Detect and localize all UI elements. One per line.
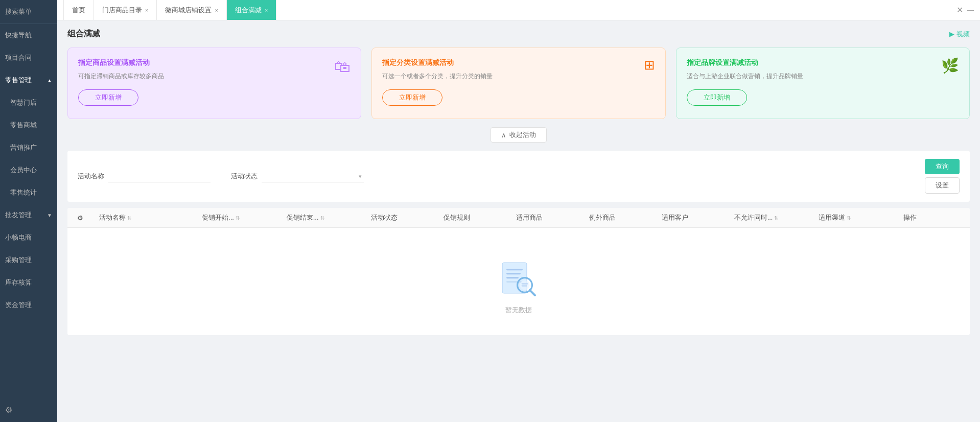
sidebar-item-quick-nav[interactable]: 快捷导航 bbox=[0, 24, 57, 46]
sort-icon: ⇅ bbox=[774, 215, 778, 221]
empty-state: 暂无数据 bbox=[67, 228, 970, 335]
filter-name-group: 活动名称 bbox=[78, 170, 211, 182]
page-content: 组合满减 ▶ 视频 指定商品设置满减活动 可指定滞销商品或库存较多商品 🛍 立即… bbox=[57, 20, 980, 422]
sidebar-item-capital-mgmt[interactable]: 资金管理 bbox=[0, 294, 57, 316]
promo-card-goods-icon: 🛍 bbox=[334, 57, 351, 76]
chevron-up-icon: ∧ bbox=[501, 131, 506, 139]
window-close-icon[interactable]: ✕ bbox=[956, 5, 963, 15]
tab-store-catalog-close[interactable]: × bbox=[145, 7, 148, 13]
promo-card-category-title: 指定分类设置满减活动 bbox=[382, 58, 655, 67]
promo-card-goods-btn[interactable]: 立即新增 bbox=[78, 89, 138, 106]
tabs-list: 首页 门店商品目录 × 微商城店铺设置 × 组合满减 × bbox=[63, 0, 276, 20]
promo-card-brand-icon: 🌿 bbox=[941, 57, 959, 74]
promo-card-goods-title: 指定商品设置满减活动 bbox=[78, 58, 351, 67]
promo-card-category-desc: 可选一个或者多个分类，提升分类的销量 bbox=[382, 72, 505, 81]
sidebar-item-purchase-mgmt[interactable]: 采购管理 bbox=[0, 249, 57, 271]
sidebar-item-wholesale-mgmt[interactable]: 批发管理 ▼ bbox=[0, 204, 57, 226]
promo-card-brand: 指定品牌设置满减活动 适合与上游企业联合做营销，提升品牌销量 🌿 立即新增 bbox=[676, 48, 970, 119]
page-header: 组合满减 ▶ 视频 bbox=[67, 29, 970, 39]
sidebar: 搜索菜单 快捷导航 项目合同 零售管理 ▲ 智慧门店 零售商城 营销推广 会员中… bbox=[0, 0, 57, 422]
chevron-down-icon: ▼ bbox=[47, 213, 52, 218]
svg-rect-3 bbox=[506, 277, 519, 278]
sidebar-item-inventory-calc[interactable]: 库存核算 bbox=[0, 271, 57, 294]
play-icon: ▶ bbox=[949, 30, 954, 38]
query-button[interactable]: 查询 bbox=[925, 159, 960, 174]
sidebar-item-member-center[interactable]: 会员中心 bbox=[0, 159, 57, 181]
sidebar-search[interactable]: 搜索菜单 bbox=[0, 0, 57, 24]
tab-wechat-settings-close[interactable]: × bbox=[215, 7, 218, 13]
table-container: ⚙ 活动名称 ⇅ 促销开始... ⇅ 促销结束... ⇅ 活动状态 促销规则 bbox=[67, 208, 970, 335]
sort-icon: ⇅ bbox=[236, 215, 240, 221]
th-end[interactable]: 促销结束... ⇅ bbox=[281, 213, 365, 222]
th-channel[interactable]: 适用渠道 ⇅ bbox=[812, 213, 897, 222]
promo-card-brand-title: 指定品牌设置满减活动 bbox=[687, 58, 959, 67]
filter-name-label: 活动名称 bbox=[78, 172, 104, 181]
window-controls: ✕ — bbox=[956, 5, 974, 15]
tab-combo-discount-close[interactable]: × bbox=[265, 7, 268, 13]
promo-cards-row: 指定商品设置满减活动 可指定滞销商品或库存较多商品 🛍 立即新增 指定分类设置满… bbox=[67, 48, 970, 119]
chevron-up-icon: ▲ bbox=[47, 78, 52, 83]
main-area: 首页 门店商品目录 × 微商城店铺设置 × 组合满减 × ✕ — 组合满减 bbox=[57, 0, 980, 422]
svg-rect-1 bbox=[506, 269, 523, 270]
sidebar-item-retail-mgmt[interactable]: 零售管理 ▲ bbox=[0, 69, 57, 91]
promo-card-goods: 指定商品设置满减活动 可指定滞销商品或库存较多商品 🛍 立即新增 bbox=[67, 48, 361, 119]
sort-icon: ⇅ bbox=[847, 215, 851, 221]
th-start[interactable]: 促销开始... ⇅ bbox=[196, 213, 281, 222]
filter-name-input[interactable] bbox=[108, 170, 211, 182]
sort-icon: ⇅ bbox=[127, 215, 131, 221]
sidebar-item-marketing[interactable]: 营销推广 bbox=[0, 136, 57, 159]
promo-card-category-icon: ⊞ bbox=[644, 57, 655, 73]
sidebar-item-xiaochu-ecom[interactable]: 小畅电商 bbox=[0, 226, 57, 249]
promo-card-goods-desc: 可指定滞销商品或库存较多商品 bbox=[78, 72, 201, 81]
sidebar-item-project-contract[interactable]: 项目合同 bbox=[0, 46, 57, 69]
sidebar-settings-btn[interactable]: ⚙ bbox=[0, 398, 57, 422]
sort-icon: ⇅ bbox=[320, 215, 324, 221]
collapse-bar: ∧ 收起活动 bbox=[67, 127, 970, 143]
window-minimize-icon[interactable]: — bbox=[967, 6, 974, 14]
page-title: 组合满减 bbox=[67, 29, 100, 39]
sidebar-item-smart-store[interactable]: 智慧门店 bbox=[0, 91, 57, 114]
filter-actions: 查询 设置 bbox=[925, 159, 960, 194]
sidebar-item-retail-stats[interactable]: 零售统计 bbox=[0, 181, 57, 204]
filter-status-select-wrapper: 进行中 未开始 已结束 ▾ bbox=[262, 170, 364, 182]
svg-rect-2 bbox=[506, 273, 521, 274]
svg-point-6 bbox=[520, 280, 529, 290]
promo-card-category: 指定分类设置满减活动 可选一个或者多个分类，提升分类的销量 ⊞ 立即新增 bbox=[371, 48, 665, 119]
tab-combo-discount[interactable]: 组合满减 × bbox=[227, 0, 276, 20]
svg-rect-4 bbox=[506, 281, 522, 283]
th-operation: 操作 bbox=[897, 213, 970, 222]
th-name[interactable]: 活动名称 ⇅ bbox=[93, 213, 196, 222]
th-exception: 例外商品 bbox=[583, 213, 656, 222]
tab-store-catalog[interactable]: 门店商品目录 × bbox=[94, 0, 157, 20]
th-status: 活动状态 bbox=[365, 213, 437, 222]
th-rule: 促销规则 bbox=[437, 213, 510, 222]
promo-card-category-btn[interactable]: 立即新增 bbox=[382, 89, 442, 106]
th-settings[interactable]: ⚙ bbox=[67, 214, 93, 222]
tab-wechat-settings[interactable]: 微商城店铺设置 × bbox=[157, 0, 226, 20]
filter-status-label: 活动状态 bbox=[231, 172, 258, 181]
th-customer: 适用客户 bbox=[656, 213, 728, 222]
th-goods: 适用商品 bbox=[510, 213, 582, 222]
svg-line-7 bbox=[530, 290, 535, 295]
tab-home[interactable]: 首页 bbox=[63, 0, 94, 20]
video-link[interactable]: ▶ 视频 bbox=[949, 30, 970, 39]
collapse-btn[interactable]: ∧ 收起活动 bbox=[491, 127, 547, 143]
promo-card-brand-desc: 适合与上游企业联合做营销，提升品牌销量 bbox=[687, 72, 809, 81]
filter-bar: 活动名称 活动状态 进行中 未开始 已结束 ▾ 查询 设置 bbox=[67, 151, 970, 202]
sidebar-item-retail-mall[interactable]: 零售商城 bbox=[0, 114, 57, 136]
empty-illustration bbox=[493, 259, 544, 299]
settings-button[interactable]: 设置 bbox=[925, 177, 960, 194]
th-noallow[interactable]: 不允许同时... ⇅ bbox=[728, 213, 813, 222]
empty-text: 暂无数据 bbox=[505, 306, 532, 315]
filter-status-select[interactable]: 进行中 未开始 已结束 bbox=[262, 170, 364, 182]
promo-card-brand-btn[interactable]: 立即新增 bbox=[687, 89, 747, 106]
tabs-bar: 首页 门店商品目录 × 微商城店铺设置 × 组合满减 × ✕ — bbox=[57, 0, 980, 20]
table-header: ⚙ 活动名称 ⇅ 促销开始... ⇅ 促销结束... ⇅ 活动状态 促销规则 bbox=[67, 208, 970, 228]
filter-status-group: 活动状态 进行中 未开始 已结束 ▾ bbox=[231, 170, 364, 182]
